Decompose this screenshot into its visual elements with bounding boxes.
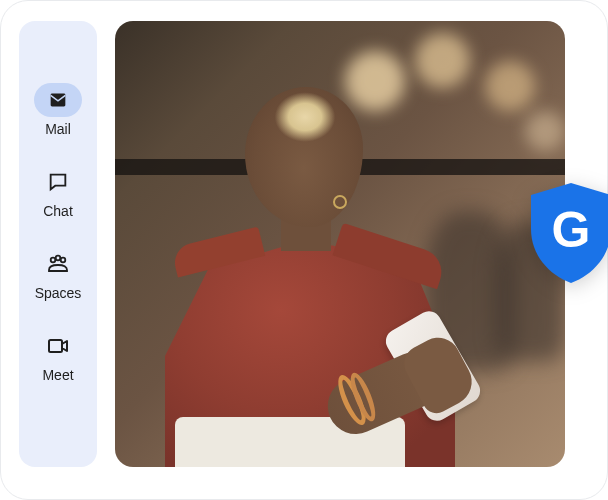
spaces-icon (34, 247, 82, 281)
hero-image (115, 21, 565, 467)
sidebar-item-spaces[interactable]: Spaces (34, 247, 82, 301)
svg-point-0 (51, 258, 56, 263)
sidebar-item-chat[interactable]: Chat (34, 165, 82, 219)
svg-point-2 (61, 258, 66, 263)
sidebar-item-label: Mail (45, 121, 71, 137)
svg-point-1 (56, 256, 61, 261)
sidebar-item-meet[interactable]: Meet (34, 329, 82, 383)
app-sidebar: Mail Chat Spaces (19, 21, 97, 467)
meet-icon (34, 329, 82, 363)
app-card: Mail Chat Spaces (0, 0, 608, 500)
sidebar-item-label: Chat (43, 203, 73, 219)
svg-rect-3 (49, 340, 62, 352)
sidebar-item-mail[interactable]: Mail (34, 83, 82, 137)
chat-icon (34, 165, 82, 199)
svg-text:G: G (552, 202, 591, 258)
sidebar-item-label: Meet (42, 367, 73, 383)
google-shield-badge: G (525, 181, 608, 285)
mail-icon (34, 83, 82, 117)
sidebar-item-label: Spaces (35, 285, 82, 301)
